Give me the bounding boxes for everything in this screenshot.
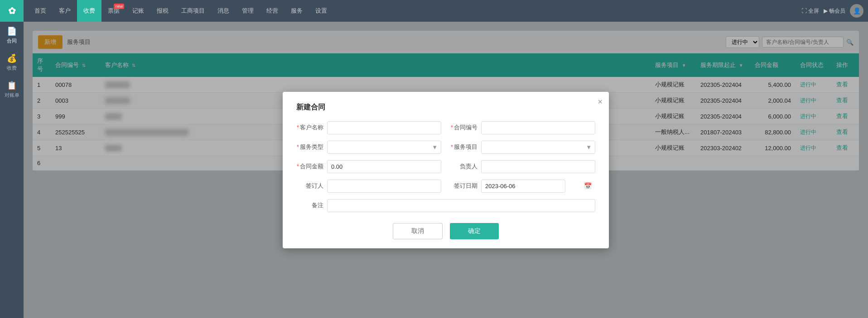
- contract-icon: 📄: [7, 26, 17, 36]
- contract-no-input[interactable]: [481, 121, 595, 134]
- sidebar-item-contract[interactable]: 📄 合同: [0, 22, 24, 49]
- dialog-footer: 取消 确定: [296, 223, 595, 239]
- nav-business[interactable]: 工商项目: [175, 0, 211, 22]
- nav-settings[interactable]: 设置: [309, 0, 333, 22]
- sidebar-item-label: 收费: [7, 65, 17, 71]
- nav-home[interactable]: 首页: [28, 0, 53, 22]
- form-grid: *客户名称 *合同编号 *服务类型: [296, 121, 595, 212]
- nav-customer[interactable]: 客户: [53, 0, 77, 22]
- new-contract-dialog: 新建合同 × *客户名称 *合同编号: [283, 92, 609, 248]
- service-type-select[interactable]: [327, 141, 441, 154]
- sidebar-item-reconcile[interactable]: 📋 对账单: [0, 76, 24, 103]
- responsible-label: 负责人: [450, 162, 477, 171]
- nav-manage[interactable]: 管理: [236, 0, 260, 22]
- main-area: 首页 客户 收费 票据 new 记账 报税 工商项目 消息 管理 经营 服务 设…: [24, 0, 868, 318]
- sidebar-item-label: 合同: [7, 38, 17, 44]
- responsible-row: 负责人: [450, 160, 595, 173]
- nav-message[interactable]: 消息: [211, 0, 236, 22]
- remark-input[interactable]: [327, 199, 595, 212]
- dialog-overlay: 新建合同 × *客户名称 *合同编号: [24, 22, 868, 318]
- date-wrap: 📅: [481, 180, 595, 193]
- sidebar-item-receipt[interactable]: 💰 收费: [0, 49, 24, 76]
- service-item-label: *服务项目: [450, 143, 477, 151]
- nav-operate[interactable]: 经营: [260, 0, 285, 22]
- sign-date-label: 签订日期: [450, 182, 477, 190]
- receipt-icon: 💰: [7, 53, 17, 63]
- signer-row: 签订人: [296, 180, 441, 193]
- service-type-select-wrap: ▼: [327, 141, 441, 154]
- fullscreen-button[interactable]: ⛶ 全屏: [801, 7, 819, 15]
- contract-no-label: *合同编号: [450, 123, 477, 132]
- contract-amount-input[interactable]: [327, 160, 441, 173]
- service-item-select[interactable]: [481, 141, 595, 154]
- sidebar-item-label: 对账单: [5, 92, 19, 99]
- nav-tax[interactable]: 报税: [150, 0, 175, 22]
- customer-name-input[interactable]: [327, 121, 441, 134]
- signer-input[interactable]: [327, 180, 441, 193]
- remark-label: 备注: [296, 201, 323, 209]
- top-navigation: 首页 客户 收费 票据 new 记账 报税 工商项目 消息 管理 经营 服务 设…: [24, 0, 868, 22]
- sidebar-logo: ✿: [0, 0, 24, 22]
- reconcile-icon: 📋: [7, 81, 17, 90]
- calendar-icon[interactable]: 📅: [584, 182, 592, 190]
- contract-amount-label: *合同金额: [296, 162, 323, 171]
- content-area: 新增 服务项目 进行中 🔍 序号 合同编号 ⇅: [24, 22, 868, 318]
- new-badge: new: [114, 4, 124, 9]
- responsible-input[interactable]: [481, 160, 595, 173]
- nav-invoice[interactable]: 票据 new: [101, 0, 126, 22]
- topnav-right: ⛶ 全屏 ▶ 畅会员 👤: [801, 4, 863, 18]
- nav-service[interactable]: 服务: [285, 0, 309, 22]
- dialog-title: 新建合同: [296, 103, 595, 112]
- nav-ledger[interactable]: 记账: [126, 0, 150, 22]
- avatar[interactable]: 👤: [850, 4, 863, 18]
- cancel-button[interactable]: 取消: [393, 223, 443, 239]
- customer-name-row: *客户名称: [296, 121, 441, 134]
- sign-date-row: 签订日期 📅: [450, 180, 595, 193]
- service-item-select-wrap: ▼: [481, 141, 595, 154]
- contract-amount-row: *合同金额: [296, 160, 441, 173]
- sign-date-input[interactable]: [481, 180, 565, 193]
- service-type-label: *服务类型: [296, 143, 323, 151]
- sidebar: ✿ 📄 合同 💰 收费 📋 对账单: [0, 0, 24, 318]
- confirm-button[interactable]: 确定: [450, 223, 499, 239]
- service-type-row: *服务类型 ▼: [296, 141, 441, 154]
- remark-row: 备注: [296, 199, 595, 212]
- service-item-row: *服务项目 ▼: [450, 141, 595, 154]
- contract-no-row: *合同编号: [450, 121, 595, 134]
- customer-name-label: *客户名称: [296, 123, 323, 132]
- nav-receipt[interactable]: 收费: [77, 0, 101, 22]
- close-button[interactable]: ×: [598, 97, 603, 107]
- signer-label: 签订人: [296, 182, 323, 190]
- member-button[interactable]: ▶ 畅会员: [824, 7, 845, 15]
